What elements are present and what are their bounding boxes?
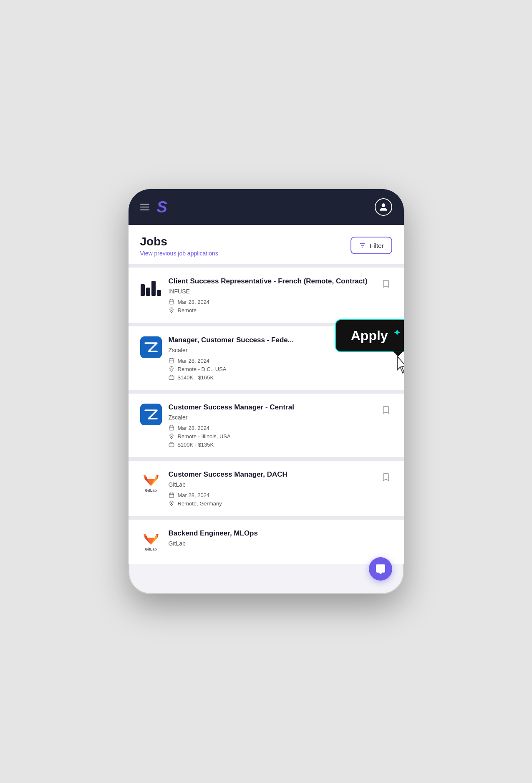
job-location-row-4: Remote, Germany: [169, 500, 373, 507]
job-date-row-1: Mar 28, 2024: [169, 299, 373, 305]
app-logo: S: [157, 199, 167, 215]
job-item-2[interactable]: Manager, Customer Success - Fede... Zsca…: [129, 326, 404, 390]
stripe-3: [151, 281, 156, 296]
job-date-row-4: Mar 28, 2024: [169, 492, 373, 498]
jobs-top-bar: Jobs View previous job applications Filt…: [129, 225, 404, 264]
job-logo-infuse: [140, 278, 162, 299]
job-date-1: Mar 28, 2024: [178, 299, 210, 305]
zscaler-logo-svg: [140, 336, 162, 358]
job-content-2: Manager, Customer Success - Fede... Zsca…: [169, 336, 392, 381]
calendar-icon-2: [169, 358, 174, 364]
chat-fab-button[interactable]: [369, 557, 392, 581]
stripe-1: [141, 284, 145, 296]
profile-icon: [379, 202, 388, 212]
filter-label: Filter: [370, 242, 383, 249]
chat-icon: [375, 563, 386, 574]
gitlab-logo-wrap-2: GitLab: [140, 530, 162, 551]
job-item-5[interactable]: GitLab Backend Engineer, MLOps GitLab: [129, 520, 404, 564]
cursor-icon: [394, 355, 404, 375]
hamburger-menu-icon[interactable]: [140, 204, 149, 210]
calendar-icon-4: [169, 492, 174, 498]
job-location-1: Remote: [178, 307, 197, 313]
location-icon: [169, 307, 174, 313]
job-content-4: Customer Success Manager, DACH GitLab Ma…: [169, 470, 373, 507]
job-item-1[interactable]: Client Success Representative - French (…: [129, 268, 404, 323]
view-previous-applications-link[interactable]: View previous job applications: [140, 250, 218, 257]
location-icon-4: [169, 500, 174, 506]
job-item-3[interactable]: Customer Success Manager - Central Zscal…: [129, 394, 404, 457]
bookmark-button-3[interactable]: [380, 404, 392, 417]
gitlab-label-2: GitLab: [145, 547, 157, 551]
job-title-2: Manager, Customer Success - Fede...: [169, 336, 392, 345]
sparkle-icon: ✦: [393, 328, 401, 337]
svg-point-20: [171, 435, 172, 437]
svg-rect-21: [169, 443, 174, 447]
job-location-row-2: Remote - D.C., USA: [169, 366, 392, 372]
job-location-row-3: Remote - Illinois, USA: [169, 433, 373, 439]
filter-icon: [359, 242, 366, 249]
job-location-2: Remote - D.C., USA: [178, 366, 227, 372]
location-icon-2: [169, 366, 174, 372]
location-icon-3: [169, 433, 174, 439]
stripe-2: [146, 288, 150, 296]
jobs-page-title: Jobs: [140, 235, 218, 248]
job-date-4: Mar 28, 2024: [178, 492, 210, 498]
jobs-title-area: Jobs View previous job applications: [140, 235, 218, 257]
salary-icon-2: [169, 374, 174, 380]
gitlab-svg-2: [140, 530, 162, 547]
job-date-2: Mar 28, 2024: [178, 358, 210, 364]
zscaler-logo-svg-2: [140, 404, 162, 425]
phone-frame: S Jobs View previous job applications Fi…: [129, 189, 404, 594]
jobs-list: Client Success Representative - French (…: [129, 268, 404, 564]
job-date-row-2: Mar 28, 2024: [169, 358, 392, 364]
job-meta-2: Mar 28, 2024 Remote - D.C., USA $140K - …: [169, 358, 392, 381]
salary-icon-3: [169, 442, 174, 447]
job-company-4: GitLab: [169, 481, 373, 488]
svg-rect-8: [140, 336, 162, 358]
header-left: S: [140, 199, 167, 215]
bookmark-button-1[interactable]: [380, 278, 392, 291]
profile-button[interactable]: [375, 198, 392, 216]
gitlab-label-1: GitLab: [145, 488, 157, 493]
calendar-icon-3: [169, 425, 174, 431]
divider-1: [129, 323, 404, 326]
svg-rect-22: [169, 493, 174, 498]
bookmark-icon-3: [381, 405, 391, 414]
gitlab-logo-wrap-1: GitLab: [140, 471, 162, 493]
svg-rect-3: [169, 300, 174, 305]
svg-rect-16: [169, 426, 174, 431]
gitlab-svg-1: [140, 471, 162, 488]
job-content-1: Client Success Representative - French (…: [169, 277, 373, 313]
job-date-row-3: Mar 28, 2024: [169, 425, 373, 431]
divider-2: [129, 390, 404, 394]
job-company-3: Zscaler: [169, 414, 373, 421]
job-salary-row-2: $140K - $165K: [169, 374, 392, 381]
app-header: S: [129, 189, 404, 225]
job-content-5: Backend Engineer, MLOps GitLab: [169, 529, 392, 551]
job-item-4[interactable]: GitLab Customer Success Manager, DACH Gi…: [129, 461, 404, 516]
job-title-3: Customer Success Manager - Central: [169, 403, 373, 412]
job-title-1: Client Success Representative - French (…: [169, 277, 373, 286]
job-logo-gitlab-1: GitLab: [140, 471, 162, 493]
job-location-4: Remote, Germany: [178, 500, 222, 507]
bookmark-icon-4: [381, 472, 391, 482]
infuse-logo-stripes: [141, 281, 161, 296]
svg-rect-15: [140, 404, 162, 425]
job-title-4: Customer Success Manager, DACH: [169, 470, 373, 480]
job-company-1: INFUSE: [169, 288, 373, 295]
filter-button[interactable]: Filter: [350, 237, 392, 254]
job-content-3: Customer Success Manager - Central Zscal…: [169, 403, 373, 448]
svg-rect-14: [169, 376, 174, 379]
svg-point-26: [171, 502, 172, 504]
job-logo-zscaler-1: [140, 336, 162, 358]
calendar-icon: [169, 299, 174, 305]
job-meta-3: Mar 28, 2024 Remote - Illinois, USA $100…: [169, 425, 373, 448]
svg-point-7: [171, 309, 172, 311]
bookmark-button-4[interactable]: [380, 471, 392, 485]
job-logo-gitlab-2: GitLab: [140, 530, 162, 551]
job-title-5: Backend Engineer, MLOps: [169, 529, 392, 538]
job-date-3: Mar 28, 2024: [178, 425, 210, 431]
bookmark-icon-1: [381, 279, 391, 288]
svg-point-13: [171, 368, 172, 369]
job-location-row-1: Remote: [169, 307, 373, 313]
